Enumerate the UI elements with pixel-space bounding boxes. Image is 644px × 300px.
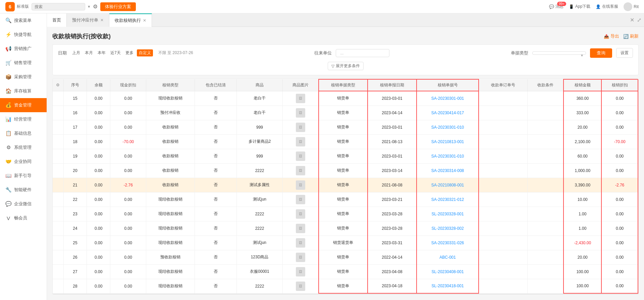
user-item[interactable]: Rit: [624, 2, 639, 11]
cell-bill-no[interactable]: SA-20210808-001: [417, 178, 479, 192]
cell-receipt-condition: [527, 279, 564, 293]
cell-goods: 2222: [237, 279, 282, 293]
this-year-btn[interactable]: 本年: [96, 49, 107, 56]
expand-button[interactable]: ▽ 展开更多条件: [328, 62, 364, 70]
bill-no-link[interactable]: SA-20230301-001: [431, 96, 464, 101]
tab-prepay[interactable]: 预付冲应付单 ✕: [67, 13, 109, 27]
sidebar-item-operation[interactable]: 📊 经营管理: [0, 112, 47, 126]
more-btn[interactable]: 更多: [124, 49, 135, 56]
search-input[interactable]: [32, 3, 85, 10]
bill-no-link[interactable]: SA-20210813-001: [431, 139, 464, 144]
chevron-down-icon[interactable]: ▾: [88, 4, 90, 9]
cell-bill-no[interactable]: SA-20230321-012: [417, 192, 479, 207]
cell-settings: [53, 235, 63, 250]
sidebar-item-enterprise[interactable]: 🤝 企业协同: [0, 155, 47, 169]
bill-no-link[interactable]: SA-20230321-012: [431, 197, 464, 202]
cell-writeoff-discount: 0.00: [601, 207, 638, 221]
cell-balance: 0.00: [87, 279, 110, 293]
cell-bill-no[interactable]: SA-20230301-001: [417, 91, 479, 105]
cell-bill-no[interactable]: SA-20230331-026: [417, 235, 479, 250]
sidebar-item-marketing[interactable]: 📢 营销推广: [0, 42, 47, 56]
cell-bill-no[interactable]: SL-20230408-001: [417, 264, 479, 279]
query-button[interactable]: 查询: [590, 48, 612, 58]
footer-spacer: [53, 294, 575, 295]
sidebar-item-basic[interactable]: 📋 基础信息: [0, 126, 47, 140]
filter-row-1: 日期 上月 本月 本年 近7天 更多 自定义 不限 至 2023-07-26 往…: [58, 48, 633, 58]
sidebar-item-system[interactable]: ⚙ 系统管理: [0, 140, 47, 155]
cell-bill-no[interactable]: ABC-001: [417, 250, 479, 264]
cell-no: 15: [63, 91, 87, 105]
sidebar-item-wechat[interactable]: 💬 企业微信: [0, 197, 47, 211]
app-download-item[interactable]: 📱 App下载: [569, 4, 590, 9]
th-settings[interactable]: ⚙: [53, 79, 63, 91]
close-icon[interactable]: ✕: [143, 18, 146, 23]
cell-no: 23: [63, 207, 87, 221]
this-month-btn[interactable]: 本月: [84, 49, 94, 56]
from-to-input[interactable]: ...: [336, 49, 389, 57]
export-button[interactable]: 📤 导出: [604, 33, 619, 39]
bill-no-link[interactable]: SL-20230418-001: [432, 284, 464, 288]
bill-no-link[interactable]: SA-20210808-001: [431, 183, 464, 187]
cell-settled: 否: [195, 105, 237, 120]
cell-bill-no[interactable]: SA-20230301-010: [417, 120, 479, 134]
cell-bill-no[interactable]: SL-20230328-002: [417, 221, 479, 235]
bill-no-link[interactable]: SA-20230301-010: [431, 125, 464, 130]
cell-balance: 0.00: [87, 149, 110, 163]
filter-date-buttons: 上月 本月 本年 近7天 更多 自定义: [71, 49, 153, 56]
industry-button[interactable]: 体验行业方案: [100, 2, 136, 11]
bill-no-link[interactable]: SA-20230301-010: [431, 154, 464, 159]
cell-balance: 0.00: [87, 192, 110, 207]
online-service-item[interactable]: 👤 在线客服: [596, 4, 618, 9]
cell-writeoff-amount: 100.00: [564, 264, 601, 279]
bill-no-link[interactable]: SL-20230328-002: [432, 226, 464, 231]
sidebar-item-search[interactable]: 🔍 搜索菜单: [0, 13, 47, 28]
cell-bill-no[interactable]: SA-20210813-001: [417, 134, 479, 149]
cell-bill-date: 2023-04-08: [368, 264, 417, 279]
cell-cash-discount: -70.00: [110, 134, 146, 149]
bill-no-link[interactable]: SA-20230314-008: [431, 168, 464, 173]
cell-bill-no[interactable]: SA-20230414-017: [417, 105, 479, 120]
close-icon[interactable]: ✕: [100, 18, 104, 23]
tab-home[interactable]: 首页: [47, 13, 67, 27]
notification-item[interactable]: 💬 消息 99+: [549, 4, 564, 9]
cell-cash-discount: -2.76: [110, 178, 146, 192]
cell-bill-no[interactable]: SL-20230328-001: [417, 207, 479, 221]
cell-settled: 否: [195, 192, 237, 207]
bill-no-link[interactable]: SA-20230414-017: [431, 111, 464, 115]
tab-writeoff[interactable]: 收款核销执行 ✕: [109, 13, 152, 27]
expand-tab-icon[interactable]: ⤢: [637, 17, 641, 23]
bill-no-link[interactable]: SL-20230408-001: [432, 269, 464, 274]
settings-icon[interactable]: ⚙: [56, 83, 60, 87]
footer-writeoff-amount: 40,556,66...: [575, 294, 608, 295]
last-month-btn[interactable]: 上月: [71, 49, 82, 56]
gear-icon[interactable]: ⚙: [93, 3, 98, 10]
last-7days-btn[interactable]: 近7天: [109, 49, 122, 56]
cell-bill-no[interactable]: SA-20230301-010: [417, 149, 479, 163]
cell-writeoff-discount: 0.00: [601, 91, 638, 105]
bill-no-link[interactable]: SA-20230331-026: [431, 241, 464, 245]
cell-no: 16: [63, 105, 87, 120]
brand-name: 标准版: [17, 4, 29, 9]
cell-receipt-order-no: [479, 264, 527, 279]
sidebar-item-finance[interactable]: 💰 资金管理: [0, 98, 47, 112]
close-tab-icon[interactable]: ✕: [630, 17, 634, 23]
cell-bill-no[interactable]: SA-20230314-008: [417, 163, 479, 178]
custom-btn[interactable]: 自定义: [137, 49, 153, 56]
sidebar-item-guide[interactable]: 📖 新手引导: [0, 169, 47, 183]
cell-goods-img: 🖼: [282, 221, 319, 235]
cell-bill-no[interactable]: SL-20230418-001: [417, 279, 479, 293]
sidebar-item-purchase[interactable]: 📦 采购管理: [0, 70, 47, 84]
chevron-down-icon: ▾: [581, 53, 583, 58]
sidebar-item-quicknav[interactable]: ⚡ 快捷导航: [0, 28, 47, 42]
bill-type-select[interactable]: ▾: [532, 51, 586, 55]
bill-no-link[interactable]: ABC-001: [439, 255, 456, 260]
setting-button[interactable]: 设置: [616, 48, 633, 58]
sidebar-item-inventory[interactable]: 🏠 库存核算: [0, 84, 47, 98]
bill-no-link[interactable]: SL-20230328-001: [432, 212, 464, 216]
table-container[interactable]: ⚙ 序号 余额 现金折扣 核销类型 包含已结清 商品 商品图片 核销单据类型 核…: [52, 79, 639, 295]
sidebar-item-member[interactable]: V 畅会员: [0, 211, 47, 225]
refresh-button[interactable]: 🔄 刷新: [623, 33, 639, 39]
sidebar-item-sales[interactable]: 🛒 销售管理: [0, 56, 47, 70]
cell-no: 20: [63, 163, 87, 178]
sidebar-item-hardware[interactable]: 🔧 智能硬件: [0, 183, 47, 197]
